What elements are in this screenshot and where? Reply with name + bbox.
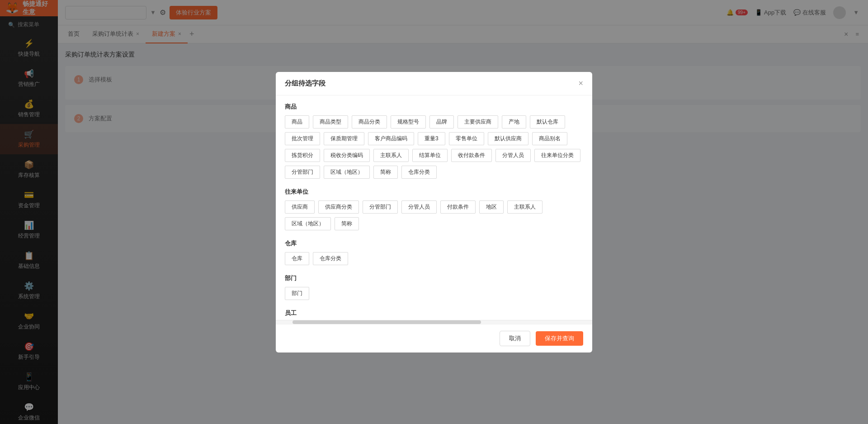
goods-section: 商品 商品 商品类型 商品分类 规格型号 品牌 主要供应商 产地 默认仓库 批次… (285, 103, 583, 179)
field-tag-cp-person[interactable]: 分管人员 (401, 200, 437, 214)
staff-title: 员工 (285, 309, 583, 317)
field-tag-main-contact[interactable]: 主联系人 (373, 149, 409, 162)
field-tag-person-charge[interactable]: 分管人员 (495, 149, 531, 162)
field-tag-dept-charge[interactable]: 分管部门 (285, 166, 320, 179)
field-tag-cp-short[interactable]: 简称 (335, 217, 359, 230)
field-tag-settle-unit[interactable]: 结算单位 (412, 149, 448, 162)
warehouse-fields: 仓库 仓库分类 (285, 252, 583, 265)
field-tag-tax-code[interactable]: 税收分类编码 (324, 149, 370, 162)
field-tag-supplier-cat[interactable]: 供应商分类 (318, 200, 359, 214)
modal-header: 分组待选字段 × (276, 72, 592, 95)
goods-title: 商品 (285, 103, 583, 111)
field-tag-supplier[interactable]: 供应商 (285, 200, 315, 214)
field-tag-batch[interactable]: 批次管理 (285, 132, 320, 145)
department-fields: 部门 (285, 287, 583, 300)
field-tag-weight[interactable]: 重量3 (418, 132, 445, 145)
field-tag-warehouse[interactable]: 仓库 (285, 252, 309, 265)
field-tag-goods[interactable]: 商品 (285, 115, 309, 129)
field-tag-default-supplier[interactable]: 默认供应商 (488, 132, 528, 145)
goods-fields: 商品 商品类型 商品分类 规格型号 品牌 主要供应商 产地 默认仓库 批次管理 … (285, 115, 583, 179)
field-tag-cp-dept[interactable]: 分管部门 (363, 200, 398, 214)
field-tag-payment-cond[interactable]: 付款条件 (440, 200, 476, 214)
field-tag-expiry[interactable]: 保质期管理 (324, 132, 364, 145)
department-title: 部门 (285, 274, 583, 282)
modal-body: 商品 商品 商品类型 商品分类 规格型号 品牌 主要供应商 产地 默认仓库 批次… (276, 95, 592, 320)
staff-section: 员工 业务员 (285, 309, 583, 320)
save-query-button[interactable]: 保存并查询 (536, 331, 583, 346)
field-tag-area[interactable]: 地区 (479, 200, 504, 214)
warehouse-section: 仓库 仓库 仓库分类 (285, 239, 583, 265)
modal-hscrollbar[interactable] (276, 320, 592, 324)
modal-title: 分组待选字段 (285, 79, 326, 88)
field-tag-brand[interactable]: 品牌 (429, 115, 454, 129)
field-tag-cp-contact[interactable]: 主联系人 (507, 200, 542, 214)
modal-dialog: 分组待选字段 × 商品 商品 商品类型 商品分类 规格型号 品牌 主要供应商 产… (276, 72, 592, 353)
counterparty-title: 往来单位 (285, 188, 583, 196)
field-tag-alias[interactable]: 商品别名 (532, 132, 567, 145)
modal-footer: 取消 保存并查询 (276, 324, 592, 353)
field-tag-wh-cat[interactable]: 仓库分类 (313, 252, 348, 265)
field-tag-main-supplier[interactable]: 主要供应商 (458, 115, 498, 129)
modal-hscroll-thumb[interactable] (292, 320, 481, 324)
field-tag-retail-unit[interactable]: 零售单位 (449, 132, 484, 145)
field-tag-default-warehouse[interactable]: 默认仓库 (530, 115, 565, 129)
field-tag-goods-type[interactable]: 商品类型 (313, 115, 348, 129)
field-tag-cp-region[interactable]: 区域（地区） (285, 217, 331, 230)
modal-overlay: 分组待选字段 × 商品 商品 商品类型 商品分类 规格型号 品牌 主要供应商 产… (0, 0, 868, 424)
field-tag-short-name[interactable]: 简称 (373, 166, 398, 179)
counterparty-section: 往来单位 供应商 供应商分类 分管部门 分管人员 付款条件 地区 主联系人 区域… (285, 188, 583, 230)
field-tag-payment-terms[interactable]: 收付款条件 (451, 149, 492, 162)
modal-close-button[interactable]: × (578, 79, 583, 87)
department-section: 部门 部门 (285, 274, 583, 300)
field-tag-origin[interactable]: 产地 (502, 115, 526, 129)
counterparty-fields: 供应商 供应商分类 分管部门 分管人员 付款条件 地区 主联系人 区域（地区） … (285, 200, 583, 230)
field-tag-goods-category[interactable]: 商品分类 (352, 115, 387, 129)
field-tag-counterparty-category[interactable]: 往来单位分类 (534, 149, 580, 162)
field-tag-customer-code[interactable]: 客户商品编码 (368, 132, 414, 145)
field-tag-spec-type[interactable]: 规格型号 (391, 115, 426, 129)
field-tag-warehouse-cat[interactable]: 仓库分类 (401, 166, 437, 179)
cancel-button[interactable]: 取消 (500, 331, 530, 346)
field-tag-dept[interactable]: 部门 (285, 287, 309, 300)
warehouse-title: 仓库 (285, 239, 583, 248)
field-tag-pick-score[interactable]: 拣货积分 (285, 149, 320, 162)
field-tag-region[interactable]: 区域（地区） (324, 166, 370, 179)
